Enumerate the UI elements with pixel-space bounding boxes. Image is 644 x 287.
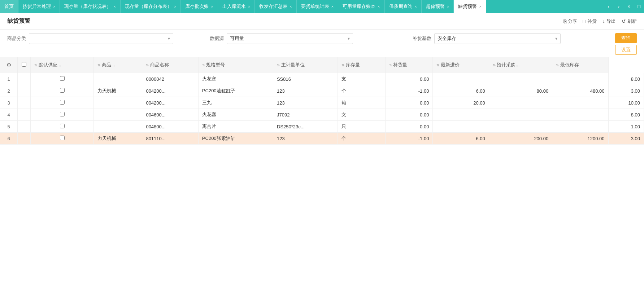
cell-replenish-4 xyxy=(433,121,489,133)
cell-estimated-5: 1200.00 xyxy=(552,133,608,145)
export-action[interactable]: ↓ 导出 xyxy=(602,18,616,25)
cell-checkbox-4[interactable] xyxy=(31,121,94,133)
cell-goods-name-0: 火花塞 xyxy=(198,73,273,85)
cell-checkbox-2[interactable] xyxy=(31,97,94,109)
tab-close-icon-9[interactable]: × xyxy=(415,4,417,9)
tab-close-icon-7[interactable]: × xyxy=(331,4,334,9)
tab-close-icon-5[interactable]: × xyxy=(248,4,250,9)
cell-gear-2 xyxy=(18,97,31,109)
col-gear[interactable]: ⚙ xyxy=(0,57,18,73)
settings-button[interactable]: 设置 xyxy=(615,45,637,55)
cell-spec-3: J7092 xyxy=(273,109,338,121)
row-checkbox-5[interactable] xyxy=(60,136,65,140)
cell-stock-4: 0.00 xyxy=(385,121,433,133)
cell-spec-5: 123 xyxy=(273,133,338,145)
col-latest-price[interactable]: ⇅ 最新进价 xyxy=(433,57,489,73)
cell-gear-3 xyxy=(18,109,31,121)
refresh-icon: ↺ xyxy=(622,18,626,24)
sort-icon: ⇅ xyxy=(556,63,559,67)
share-icon: ⎘ xyxy=(564,18,566,24)
cell-checkbox-0[interactable] xyxy=(31,73,94,85)
col-goods-name[interactable]: ⇅ 商品名称 xyxy=(142,57,198,73)
tab-close-icon-2[interactable]: × xyxy=(113,4,116,9)
col-estimated[interactable]: ⇅ 预计采购... xyxy=(489,57,552,73)
tab-close-button[interactable]: × xyxy=(624,0,634,13)
replenish-label: 补货基数 xyxy=(413,35,431,42)
tab-item-6[interactable]: 收发存汇总表× xyxy=(255,0,296,13)
cell-estimated-4 xyxy=(552,121,608,133)
tab-close-icon-10[interactable]: × xyxy=(447,4,449,9)
cell-gear-4 xyxy=(18,121,31,133)
cell-spec-2: 123 xyxy=(273,97,338,109)
row-checkbox-0[interactable] xyxy=(60,76,65,81)
col-replenish[interactable]: ⇅ 补货量 xyxy=(385,57,433,73)
sort-icon: ⇅ xyxy=(493,63,496,67)
cell-goods-code-3: 004600... xyxy=(142,109,198,121)
tab-close-icon-6[interactable]: × xyxy=(290,4,292,9)
tab-item-7[interactable]: 要货单统计表× xyxy=(297,0,338,13)
tab-item-9[interactable]: 保质期查询× xyxy=(385,0,422,13)
datasource-select[interactable]: 可用量 ▾ xyxy=(227,33,353,44)
cell-latest-price-2 xyxy=(489,97,552,109)
tab-close-icon-11[interactable]: × xyxy=(479,4,481,9)
cell-goods-name-2: 三九 xyxy=(198,97,273,109)
tab-close-icon-3[interactable]: × xyxy=(174,4,176,9)
select-all-checkbox[interactable] xyxy=(22,62,26,67)
col-spec[interactable]: ⇅ 规格型号 xyxy=(198,57,273,73)
tab-close-icon-4[interactable]: × xyxy=(211,4,213,9)
cell-min-stock-4: 1.00 xyxy=(608,121,644,133)
main-content: 缺货预警 ⎘ 分享 □ 补货 ↓ 导出 ↺ 刷新 商品分类 xyxy=(0,13,644,287)
tab-item-4[interactable]: 库存批次账× xyxy=(181,0,218,13)
table-body: 1 0000042 火花塞 SS816 支 0.00 8.00 2 力天机械 0… xyxy=(0,73,644,145)
col-goods-code[interactable]: ⇅ 商品... xyxy=(94,57,142,73)
replenish-select[interactable]: 安全库存 ▾ xyxy=(434,33,561,44)
tab-maximize-button[interactable]: □ xyxy=(634,0,644,13)
share-action[interactable]: ⎘ 分享 xyxy=(564,18,577,25)
col-unit[interactable]: ⇅ 主计量单位 xyxy=(273,57,338,73)
cell-estimated-3 xyxy=(552,109,608,121)
tab-item-11[interactable]: 缺货预警× xyxy=(454,0,486,13)
tab-item-2[interactable]: 现存量（库存状况表）× xyxy=(60,0,120,13)
tab-prev-button[interactable]: ‹ xyxy=(604,0,614,13)
table-container: ⚙ ⇅ 默认供应... ⇅ 商品... ⇅ 商品名称 ⇅ 规格型号 ⇅ 主计量单… xyxy=(0,57,644,145)
page-title: 缺货预警 xyxy=(7,17,30,25)
cell-goods-code-1: 004200... xyxy=(142,85,198,97)
col-min-stock[interactable]: ⇅ 最低库存 xyxy=(552,57,608,73)
row-checkbox-1[interactable] xyxy=(60,88,65,93)
col-stock[interactable]: ⇅ 库存量 xyxy=(338,57,386,73)
cell-goods-name-1: PC200油缸缸子 xyxy=(198,85,273,97)
cell-checkbox-5[interactable] xyxy=(31,133,94,145)
gear-icon[interactable]: ⚙ xyxy=(4,60,14,70)
tab-close-icon-1[interactable]: × xyxy=(53,4,55,9)
supplement-action[interactable]: □ 补货 xyxy=(583,18,597,25)
tab-item-0[interactable]: 首页 xyxy=(0,0,18,13)
tab-item-5[interactable]: 出入库流水× xyxy=(218,0,255,13)
cell-checkbox-3[interactable] xyxy=(31,109,94,121)
refresh-action[interactable]: ↺ 刷新 xyxy=(622,18,637,25)
sort-icon: ⇅ xyxy=(341,63,344,67)
row-checkbox-4[interactable] xyxy=(60,124,65,128)
replenish-value: 安全库存 xyxy=(438,35,456,42)
col-supplier[interactable]: ⇅ 默认供应... xyxy=(31,57,94,73)
tab-next-button[interactable]: › xyxy=(614,0,624,13)
row-checkbox-3[interactable] xyxy=(60,112,65,116)
cell-spec-0: SS816 xyxy=(273,73,338,85)
cell-checkbox-1[interactable] xyxy=(31,85,94,97)
category-label: 商品分类 xyxy=(7,35,26,42)
category-select[interactable]: ▾ xyxy=(29,33,173,44)
tab-item-10[interactable]: 超储预警× xyxy=(422,0,454,13)
tab-close-icon-8[interactable]: × xyxy=(378,4,380,9)
cell-rownum-5: 6 xyxy=(0,133,18,145)
tab-item-1[interactable]: 拣货异常处理× xyxy=(18,0,60,13)
tab-item-3[interactable]: 现存量（库存分布表）× xyxy=(121,0,181,13)
cell-supplier-0 xyxy=(94,73,142,85)
sort-icon: ⇅ xyxy=(202,63,205,67)
category-chevron-icon: ▾ xyxy=(168,36,170,41)
query-button[interactable]: 查询 xyxy=(615,33,637,43)
cell-latest-price-1: 80.00 xyxy=(489,85,552,97)
sort-icon: ⇅ xyxy=(277,63,280,67)
tab-item-8[interactable]: 可用量库存账本× xyxy=(338,0,384,13)
row-checkbox-2[interactable] xyxy=(60,100,65,105)
cell-replenish-0 xyxy=(433,73,489,85)
header-actions: ⎘ 分享 □ 补货 ↓ 导出 ↺ 刷新 xyxy=(564,18,637,25)
